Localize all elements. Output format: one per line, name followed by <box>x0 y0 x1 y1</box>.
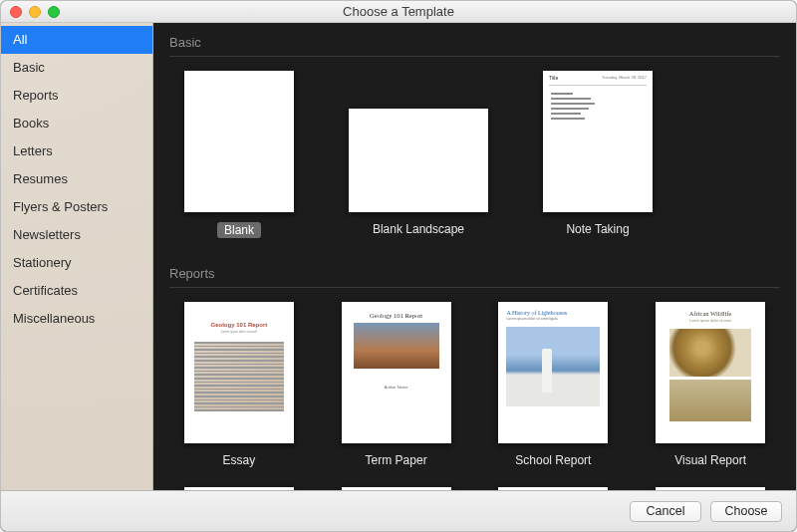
thumb-author: Author Name <box>342 385 451 390</box>
template-peek[interactable] <box>498 487 610 490</box>
thumb-image <box>506 327 600 406</box>
thumb-lines <box>551 93 595 120</box>
thumb-body <box>194 342 284 411</box>
thumbnail: Geology 101 Report Author Name <box>342 302 451 443</box>
template-label: Blank Landscape <box>373 222 464 236</box>
template-blank-landscape[interactable]: Blank Landscape <box>349 71 488 238</box>
section-header-basic: Basic <box>153 23 796 56</box>
template-chooser-window: Choose a Template All Basic Reports Book… <box>0 0 797 532</box>
window-body: All Basic Reports Books Letters Resumes … <box>1 23 796 490</box>
template-label: Term Paper <box>366 453 427 467</box>
template-blank[interactable]: Blank <box>183 71 295 238</box>
sidebar-item-newsletters[interactable]: Newsletters <box>1 221 152 249</box>
thumbnail: Title Tuesday, March 28, 2017 <box>543 71 653 212</box>
section-header-reports: Reports <box>153 254 796 287</box>
grid-reports: Geology 101 Report Lorem ipsum dolor sit… <box>153 302 796 483</box>
thumb-title: Title <box>549 75 558 81</box>
thumbnail <box>342 487 451 490</box>
template-label: Blank <box>217 222 261 238</box>
thumb-image <box>354 323 439 369</box>
template-gallery[interactable]: Basic Blank Blank Landscape Title Tuesda… <box>153 23 796 490</box>
template-peek[interactable] <box>655 487 766 490</box>
category-sidebar: All Basic Reports Books Letters Resumes … <box>1 23 153 490</box>
thumbnail <box>498 487 608 490</box>
template-note-taking[interactable]: Title Tuesday, March 28, 2017 Note Takin… <box>542 71 654 238</box>
thumbnail <box>184 487 294 490</box>
template-label: Essay <box>223 453 256 467</box>
template-term-paper[interactable]: Geology 101 Report Author Name Term Pape… <box>341 302 452 467</box>
template-label: Note Taking <box>566 222 629 236</box>
sidebar-item-letters[interactable]: Letters <box>1 137 152 165</box>
titlebar: Choose a Template <box>1 1 796 23</box>
template-peek[interactable] <box>341 487 452 490</box>
cancel-button[interactable]: Cancel <box>630 501 701 522</box>
sidebar-item-basic[interactable]: Basic <box>1 54 152 82</box>
template-label: Visual Report <box>674 453 746 467</box>
template-peek[interactable] <box>183 487 295 490</box>
template-label: School Report <box>515 453 591 467</box>
sidebar-item-reports[interactable]: Reports <box>1 82 152 110</box>
thumbnail: African Wildlife Lorem ipsum dolor sit a… <box>656 302 765 443</box>
thumbnail <box>184 71 294 212</box>
sidebar-item-all[interactable]: All <box>1 26 152 54</box>
sidebar-item-flyers-posters[interactable]: Flyers & Posters <box>1 193 152 221</box>
grid-basic: Blank Blank Landscape Title Tuesday, Mar… <box>153 71 796 254</box>
sidebar-item-miscellaneous[interactable]: Miscellaneous <box>1 305 152 333</box>
thumb-title: African Wildlife <box>656 310 765 317</box>
thumbnail: Geology 101 Report Lorem ipsum dolor sit… <box>184 302 294 443</box>
choose-button[interactable]: Choose <box>710 501 782 522</box>
thumb-image <box>669 329 751 377</box>
divider <box>169 287 780 288</box>
sidebar-item-stationery[interactable]: Stationery <box>1 249 152 277</box>
thumb-title: Geology 101 Report <box>342 312 451 319</box>
template-school-report[interactable]: A History of Lighthouses Lorem ipsum dol… <box>498 302 610 467</box>
divider <box>169 56 780 57</box>
thumb-sub: Lorem ipsum dolor sit amet <box>184 330 294 334</box>
sidebar-item-books[interactable]: Books <box>1 110 152 137</box>
thumb-title: Geology 101 Report <box>184 322 294 328</box>
template-essay[interactable]: Geology 101 Report Lorem ipsum dolor sit… <box>183 302 295 467</box>
template-visual-report[interactable]: African Wildlife Lorem ipsum dolor sit a… <box>655 302 766 467</box>
thumb-title: A History of Lighthouses <box>506 310 608 316</box>
thumbnail: A History of Lighthouses Lorem ipsum dol… <box>498 302 608 443</box>
thumb-date: Tuesday, March 28, 2017 <box>602 75 647 80</box>
sidebar-item-resumes[interactable]: Resumes <box>1 165 152 193</box>
sidebar-item-certificates[interactable]: Certificates <box>1 277 152 305</box>
window-title: Choose a Template <box>1 4 796 19</box>
thumb-sub: Lorem ipsum dolor sit amet ligula <box>506 317 608 321</box>
thumb-image <box>669 380 751 421</box>
thumbnail <box>349 109 488 212</box>
footer-bar: Cancel Choose <box>1 490 796 531</box>
thumbnail <box>656 487 765 490</box>
thumb-sub: Lorem ipsum dolor sit amet <box>656 319 765 323</box>
